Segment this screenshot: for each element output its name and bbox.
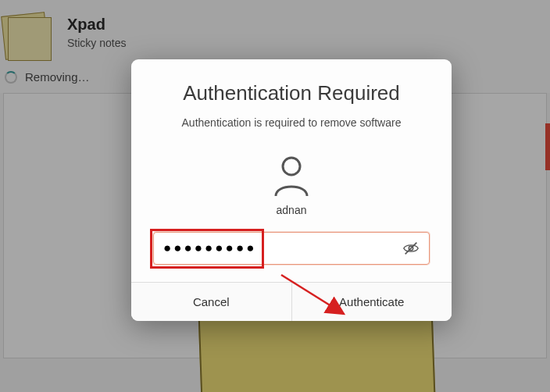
svg-point-0 <box>283 158 300 175</box>
authentication-dialog: Authentication Required Authentication i… <box>131 59 452 321</box>
toggle-password-visibility-button[interactable] <box>393 233 429 264</box>
svg-line-2 <box>405 243 417 255</box>
dialog-message: Authentication is required to remove sof… <box>153 116 430 129</box>
password-field-row <box>153 232 430 265</box>
dialog-buttons: Cancel Authenticate <box>131 282 452 321</box>
cancel-button[interactable]: Cancel <box>131 283 292 321</box>
username-label: adnan <box>153 204 430 216</box>
authenticate-button[interactable]: Authenticate <box>292 283 452 321</box>
password-input[interactable] <box>154 233 393 264</box>
dialog-body: Authentication Required Authentication i… <box>131 59 452 282</box>
dialog-title: Authentication Required <box>153 81 430 105</box>
user-icon <box>270 154 313 198</box>
eye-off-icon <box>402 240 420 257</box>
